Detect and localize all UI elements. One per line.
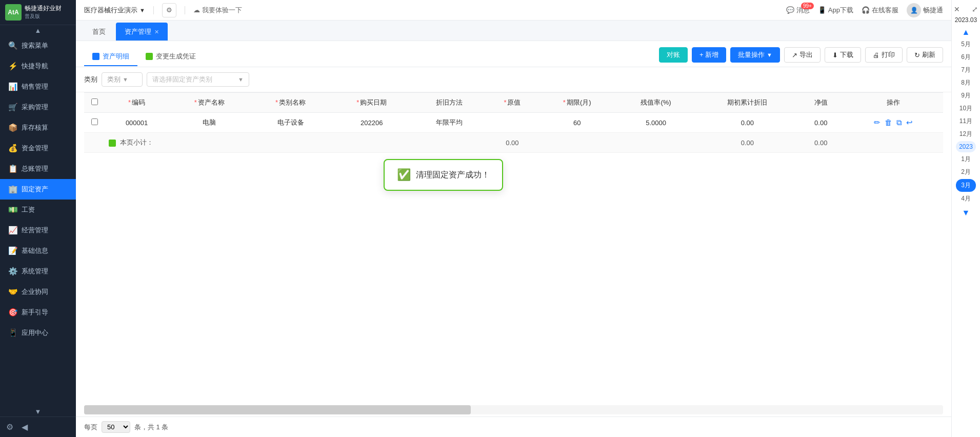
right-panel-close-btn[interactable]: ✕	[954, 5, 960, 13]
sidebar-item-quick-nav[interactable]: ⚡ 快捷导航	[0, 56, 76, 76]
right-panel-month-1[interactable]: 1月	[952, 153, 980, 166]
page-size-select[interactable]: 50 100 200	[102, 421, 130, 433]
right-panel-nav-down[interactable]: ▼	[962, 207, 970, 218]
settings-bottom-icon[interactable]: ⚙	[6, 422, 13, 432]
category-placeholder: 请选择固定资产类别	[152, 75, 212, 84]
col-accumulated: 期初累计折旧	[696, 93, 798, 113]
batch-dropdown-icon: ▼	[767, 52, 772, 58]
avatar: 👤	[907, 3, 921, 17]
sidebar-item-inventory[interactable]: 📦 库存核算	[0, 117, 76, 138]
subtotal-net: 0.00	[798, 133, 844, 153]
online-service-button[interactable]: 🎧 在线客服	[862, 6, 898, 15]
delete-icon[interactable]: 🗑	[885, 118, 892, 127]
sidebar-item-label: 资金管理	[22, 144, 48, 153]
right-panel-month-12[interactable]: 12月	[952, 128, 980, 141]
batch-button[interactable]: 批量操作 ▼	[730, 47, 780, 63]
right-panel-month-6[interactable]: 6月	[952, 51, 980, 64]
toast-message: 清理固定资产成功！	[416, 170, 490, 181]
sidebar-item-ledger[interactable]: 📋 总账管理	[0, 158, 76, 179]
right-panel-month-9[interactable]: 9月	[952, 89, 980, 102]
right-panel-month-3-current[interactable]: 3月	[956, 179, 976, 192]
subtotal-empty2	[615, 133, 697, 153]
sidebar-item-system[interactable]: ⚙️ 系统管理	[0, 261, 76, 282]
sidebar-item-beginner[interactable]: 🎯 新手引导	[0, 302, 76, 323]
tab-asset-mgmt[interactable]: 资产管理 ✕	[116, 23, 168, 41]
asset-mgmt-tab-label: 资产管理	[125, 27, 151, 36]
sidebar-item-sales[interactable]: 📊 销售管理	[0, 76, 76, 97]
download-button[interactable]: ⬇ 下载	[825, 47, 861, 63]
col-name: *资产名称	[169, 93, 250, 113]
sidebar-item-funds[interactable]: 💰 资金管理	[0, 138, 76, 158]
sidebar-scroll-down[interactable]: ▼	[0, 406, 76, 416]
sidebar-item-wages[interactable]: 💵 工资	[0, 200, 76, 220]
copy-icon[interactable]: ⧉	[896, 118, 902, 127]
right-panel-month-8[interactable]: 8月	[952, 76, 980, 89]
basic-info-icon: 📝	[8, 246, 17, 255]
user-menu[interactable]: 👤 畅捷通	[907, 3, 943, 17]
select-all-checkbox[interactable]	[91, 98, 98, 105]
right-panel-month-11[interactable]: 11月	[952, 115, 980, 128]
right-panel-month-10[interactable]: 10月	[952, 102, 980, 115]
sidebar-item-label: 新手引导	[22, 308, 48, 317]
sidebar-scroll-up[interactable]: ▲	[0, 25, 76, 35]
category-select-simple[interactable]: 类别 ▼	[102, 72, 143, 87]
sidebar-item-purchase[interactable]: 🛒 采购管理	[0, 97, 76, 117]
horizontal-scrollbar[interactable]	[84, 405, 943, 414]
right-panel-month-7[interactable]: 7月	[952, 64, 980, 76]
right-panel-month-2[interactable]: 2月	[952, 166, 980, 178]
system-icon: ⚙️	[8, 267, 17, 276]
right-panel-expand-btn[interactable]: ⤢	[972, 5, 978, 13]
right-panel-year-2023[interactable]: 2023	[956, 141, 976, 152]
sidebar-item-label: 应用中心	[22, 328, 48, 337]
username: 畅捷通	[923, 6, 943, 15]
inventory-icon: 📦	[8, 123, 17, 132]
subtab-right: 对账 + 新增 批量操作 ▼ ↗ 导出 ⬇ 下载 🖨	[659, 47, 943, 67]
operations-icon: 📈	[8, 226, 17, 235]
reconcile-button[interactable]: 对账	[659, 47, 688, 63]
sidebar-item-basic-info[interactable]: 📝 基础信息	[0, 241, 76, 261]
page-content: 资产明细 变更生成凭证 对账 + 新增 批量操作 ▼	[76, 41, 951, 437]
message-icon: 💬	[786, 6, 794, 14]
sidebar-item-operations[interactable]: 📈 经营管理	[0, 220, 76, 241]
col-residual-rate: 残值率(%)	[615, 93, 697, 113]
more-icon[interactable]: ↩	[906, 118, 913, 127]
sidebar-item-label: 销售管理	[22, 82, 48, 91]
sidebar-item-label: 经营管理	[22, 226, 48, 235]
subtab-asset-list[interactable]: 资产明细	[84, 48, 137, 66]
sidebar-item-search[interactable]: 🔍 搜索菜单	[0, 35, 76, 56]
cell-net-value: 0.00	[798, 113, 844, 133]
collapse-icon[interactable]: ◀	[22, 422, 28, 432]
print-button[interactable]: 🖨 打印	[865, 47, 903, 63]
cell-period: 60	[539, 113, 615, 133]
new-button[interactable]: + 新增	[692, 47, 726, 63]
batch-label: 批量操作	[738, 50, 765, 59]
sidebar-item-fixed-assets[interactable]: 🏢 固定资产	[0, 179, 76, 200]
subtab-voucher[interactable]: 变更生成凭证	[137, 48, 204, 66]
scrollbar-thumb	[84, 405, 471, 414]
edit-icon[interactable]: ✏	[874, 118, 881, 127]
messages-button[interactable]: 💬 消息 99+	[786, 6, 810, 15]
experience-button[interactable]: ☁ 我要体验一下	[193, 6, 242, 15]
row-checkbox[interactable]	[91, 118, 98, 125]
sidebar-item-enterprise[interactable]: 🤝 企业协同	[0, 282, 76, 302]
col-purchase-date: *购买日期	[331, 93, 412, 113]
app-download-button[interactable]: 📱 App下载	[818, 6, 853, 15]
tab-close-icon[interactable]: ✕	[154, 29, 159, 35]
company-selector[interactable]: 医疗器械行业演示 ▼	[84, 6, 145, 15]
right-panel-month-5[interactable]: 5月	[952, 38, 980, 51]
cell-actions: ✏ 🗑 ⧉ ↩	[844, 113, 943, 133]
refresh-button[interactable]: ↻ 刷新	[907, 47, 943, 63]
category-select-detailed[interactable]: 请选择固定资产类别 ▼	[147, 72, 249, 87]
right-panel-month-4[interactable]: 4月	[952, 192, 980, 205]
sidebar-item-app-center[interactable]: 📱 应用中心	[0, 323, 76, 343]
sidebar-logo: AtA 畅捷通好业财 普及版	[0, 0, 76, 25]
refresh-label: 刷新	[922, 50, 935, 59]
export-button[interactable]: ↗ 导出	[784, 47, 821, 63]
right-panel-nav-up[interactable]: ▲	[962, 27, 970, 38]
settings-button[interactable]: ⚙	[162, 3, 176, 17]
funds-icon: 💰	[8, 144, 17, 153]
tab-home[interactable]: 首页	[84, 23, 114, 41]
total-label: 条，共 1 条	[134, 423, 168, 432]
online-service-label: 在线客服	[872, 6, 898, 15]
voucher-label: 变更生成凭证	[156, 52, 196, 61]
